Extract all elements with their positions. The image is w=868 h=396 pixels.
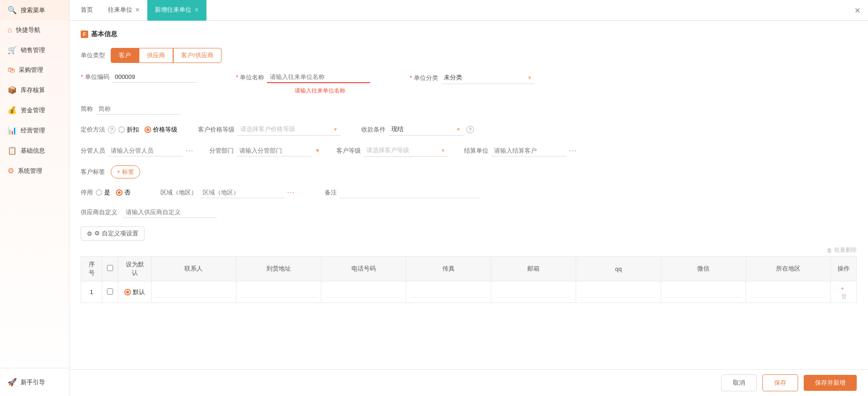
region-label: 区域（地区） xyxy=(160,188,197,197)
col-email: 邮箱 xyxy=(491,256,576,281)
row-default[interactable]: 默认 xyxy=(118,281,151,303)
unit-type-group: 客户 供应商 客户/供应商 xyxy=(111,48,221,63)
chevron-down-icon3: ▼ xyxy=(456,127,461,132)
unit-type-supplier[interactable]: 供应商 xyxy=(139,48,173,63)
sidebar-item-basic[interactable]: 📋 基础信息 xyxy=(0,140,69,161)
settlement-unit-input[interactable] xyxy=(491,145,566,156)
payment-terms-select[interactable]: 现结 ▼ xyxy=(388,123,464,136)
region-more-icon[interactable]: ··· xyxy=(287,188,295,197)
sidebar-item-sales[interactable]: 🛒 销售管理 xyxy=(0,40,69,60)
unit-type-label: 单位类型 xyxy=(81,51,105,60)
default-label: 默认 xyxy=(133,288,145,296)
settlement-unit-group: 结算单位 ··· xyxy=(464,145,577,156)
department-group: 分管部门 ▼ xyxy=(209,145,320,156)
pricing-help-icon[interactable]: ? xyxy=(108,126,115,133)
pricing-discount-option[interactable]: 折扣 xyxy=(118,125,139,134)
pricing-method-group: 定价方法 ? 折扣 价格等级 xyxy=(81,125,177,134)
supplier-custom-input[interactable] xyxy=(123,207,217,218)
sidebar-item-label: 搜索菜单 xyxy=(21,6,45,15)
col-action: 操作 xyxy=(831,256,857,281)
window-close-icon[interactable]: ✕ xyxy=(854,6,860,15)
row-fax[interactable] xyxy=(406,281,491,303)
payment-help-icon[interactable]: ? xyxy=(466,126,474,133)
unit-type-customer[interactable]: 客户 xyxy=(111,48,139,63)
row-contact[interactable] xyxy=(151,281,236,303)
batch-delete-label[interactable]: 批量删除 xyxy=(834,246,857,254)
row-email[interactable] xyxy=(491,281,576,303)
row-wechat[interactable] xyxy=(661,281,746,303)
short-name-row: 简称 xyxy=(81,103,857,115)
customer-level-select[interactable]: 请选择客户等级 ▼ xyxy=(364,144,448,157)
row-select-checkbox[interactable] xyxy=(107,288,113,295)
sidebar-item-inventory[interactable]: 📦 库存核算 xyxy=(0,80,69,100)
row-phone[interactable] xyxy=(321,281,406,303)
manager-input[interactable] xyxy=(108,145,183,156)
disable-yes-option[interactable]: 是 xyxy=(96,188,110,197)
unit-category-value: 未分类 xyxy=(444,73,462,82)
col-wechat: 微信 xyxy=(661,256,746,281)
region-input[interactable] xyxy=(200,187,284,198)
add-tag-button[interactable]: + 标签 xyxy=(111,165,140,179)
sidebar-item-operations[interactable]: 📊 经营管理 xyxy=(0,120,69,140)
custom-settings-button[interactable]: ⚙ ⚙ 自定义项设置 xyxy=(81,226,145,241)
supplier-custom-row: 供应商自定义 xyxy=(81,207,857,218)
remark-group: 备注 xyxy=(325,187,480,198)
pricing-level-option[interactable]: 价格等级 xyxy=(145,125,177,134)
cancel-button[interactable]: 取消 xyxy=(721,374,757,391)
sidebar-item-guide[interactable]: 🚀 新手引导 xyxy=(0,372,69,392)
basic-icon: 📋 xyxy=(8,146,17,155)
select-all-checkbox[interactable] xyxy=(107,265,113,271)
disable-no-label: 否 xyxy=(124,188,130,197)
unit-name-input[interactable] xyxy=(267,71,370,83)
row-delete-icon[interactable]: 🗑 xyxy=(841,293,847,300)
customer-level-group: 客户等级 请选择客户等级 ▼ xyxy=(336,144,448,157)
tab-new-partner-close[interactable]: ✕ xyxy=(194,7,199,13)
tab-partner-close[interactable]: ✕ xyxy=(135,7,140,13)
row-add-icon[interactable]: ＋ xyxy=(839,285,845,292)
remark-input[interactable] xyxy=(340,187,480,198)
inventory-icon: 📦 xyxy=(8,85,17,94)
row-checkbox[interactable] xyxy=(102,281,118,303)
sidebar: 🔍 搜索菜单 ⌂ 快捷导航 🛒 销售管理 🛍 采购管理 📦 库存核算 💰 资金管… xyxy=(0,0,69,396)
tab-home-label: 首页 xyxy=(81,6,93,14)
short-name-input[interactable] xyxy=(96,103,180,115)
tab-partner[interactable]: 往来单位 ✕ xyxy=(100,0,147,21)
unit-type-both[interactable]: 客户/供应商 xyxy=(173,48,221,63)
row-address[interactable] xyxy=(236,281,321,303)
sidebar-item-purchase[interactable]: 🛍 采购管理 xyxy=(0,60,69,80)
customer-price-level-label: 客户价格等级 xyxy=(198,125,235,134)
row-qq[interactable] xyxy=(576,281,661,303)
payment-terms-group: 收款条件 现结 ▼ ? xyxy=(361,123,474,136)
department-input[interactable] xyxy=(236,145,312,156)
sidebar-item-system[interactable]: ⚙ 系统管理 xyxy=(0,161,69,181)
pricing-method-label: 定价方法 xyxy=(81,125,105,134)
sidebar-item-search[interactable]: 🔍 搜索菜单 xyxy=(0,0,69,20)
chevron-down-icon4: ▼ xyxy=(441,148,445,153)
unit-name-group: 单位名称 请输入往来单位名称 xyxy=(236,71,371,95)
tab-partner-label: 往来单位 xyxy=(108,6,132,14)
tab-new-partner-label: 新增往来单位 xyxy=(155,6,191,14)
col-checkbox[interactable] xyxy=(102,256,118,281)
custom-settings-label: ⚙ 自定义项设置 xyxy=(94,229,138,238)
col-contact: 联系人 xyxy=(151,256,236,281)
save-new-button[interactable]: 保存并新增 xyxy=(804,375,857,391)
sidebar-item-label: 系统管理 xyxy=(18,167,42,175)
settlement-more-icon[interactable]: ··· xyxy=(569,147,577,155)
tab-new-partner[interactable]: 新增往来单位 ✕ xyxy=(147,0,206,21)
batch-delete-icon: 🗑 xyxy=(827,247,832,254)
row-region[interactable] xyxy=(746,281,831,303)
pricing-discount-label: 折扣 xyxy=(127,125,139,134)
unit-category-select[interactable]: 未分类 ▼ xyxy=(441,71,535,84)
customer-price-level-select[interactable]: 请选择客户价格等级 ▼ xyxy=(237,123,341,136)
sidebar-item-label: 库存核算 xyxy=(21,86,45,94)
system-icon: ⚙ xyxy=(8,166,14,175)
sidebar-item-finance[interactable]: 💰 资金管理 xyxy=(0,100,69,120)
disable-no-option[interactable]: 否 xyxy=(116,188,130,197)
sidebar-item-quick-nav[interactable]: ⌂ 快捷导航 xyxy=(0,20,69,40)
tab-home[interactable]: 首页 xyxy=(73,0,100,21)
unit-code-input[interactable] xyxy=(112,71,197,83)
manager-more-icon[interactable]: ··· xyxy=(186,147,193,155)
save-button[interactable]: 保存 xyxy=(762,374,798,391)
finance-icon: 💰 xyxy=(8,106,17,115)
section-header: F 基本信息 xyxy=(81,30,857,39)
